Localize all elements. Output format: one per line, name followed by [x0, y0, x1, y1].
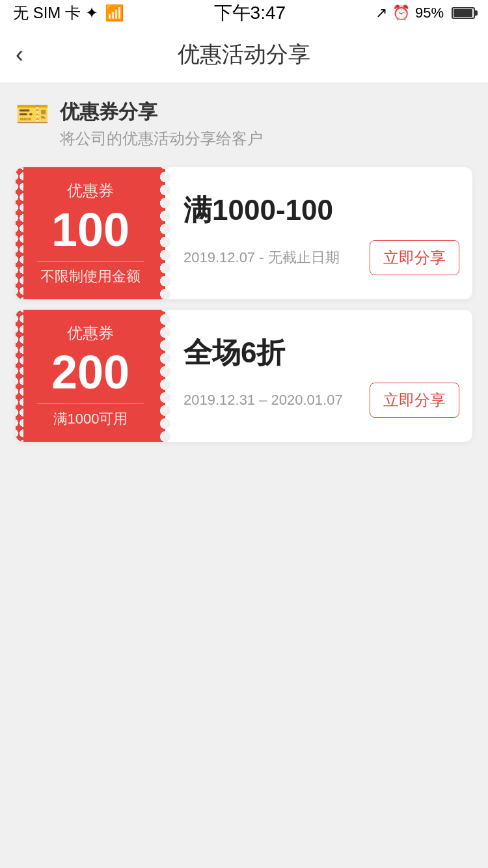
- coupon-card-0: 优惠券 100 不限制使用金额 满1000-100 2019.12.07 - 无…: [16, 167, 472, 299]
- coupon-share-button-0[interactable]: 立即分享: [370, 240, 459, 275]
- nav-bar: ‹ 优惠活动分享: [0, 26, 488, 83]
- coupon-amount-1: 200: [51, 349, 129, 396]
- coupon-date-0: 2019.12.07 - 无截止日期: [183, 248, 363, 267]
- status-bar: 无 SIM 卡 ✦ 📶 下午3:47 ↗ ⏰ 95%: [0, 0, 488, 26]
- section-title: 优惠券分享: [60, 99, 263, 126]
- coupon-label-0: 优惠券: [67, 180, 114, 201]
- location-icon: ↗: [375, 5, 387, 21]
- coupon-name-1: 全场6折: [183, 334, 459, 372]
- battery-icon: [452, 7, 475, 19]
- coupon-card-1: 优惠券 200 满1000可用 全场6折 2019.12.31 – 2020.0…: [16, 310, 472, 442]
- coupon-meta-0: 2019.12.07 - 无截止日期 立即分享: [183, 240, 459, 275]
- coupon-left-1: 优惠券 200 满1000可用: [16, 310, 165, 442]
- coupon-name-0: 满1000-100: [183, 191, 459, 230]
- sim-status: 无 SIM 卡 ✦: [13, 3, 98, 23]
- page-title: 优惠活动分享: [178, 40, 310, 70]
- coupon-right-1: 全场6折 2019.12.31 – 2020.01.07 立即分享: [165, 310, 472, 442]
- coupon-right-0: 满1000-100 2019.12.07 - 无截止日期 立即分享: [165, 167, 472, 299]
- alarm-icon: ⏰: [392, 5, 410, 21]
- coupon-list: 优惠券 100 不限制使用金额 满1000-100 2019.12.07 - 无…: [0, 157, 488, 452]
- coupon-condition-0: 不限制使用金额: [40, 267, 141, 286]
- coupon-label-1: 优惠券: [67, 323, 114, 344]
- status-time: 下午3:47: [214, 1, 286, 25]
- coupon-divider-1: [37, 403, 144, 404]
- coupon-left-0: 优惠券 100 不限制使用金额: [16, 167, 165, 299]
- battery-percent: 95%: [415, 5, 444, 21]
- coupon-share-button-1[interactable]: 立即分享: [370, 383, 459, 418]
- section-text: 优惠券分享 将公司的优惠活动分享给客户: [60, 99, 263, 149]
- coupon-date-1: 2019.12.31 – 2020.01.07: [183, 392, 363, 409]
- empty-area: [0, 452, 488, 843]
- coupon-share-icon: 🎫: [16, 98, 49, 129]
- coupon-condition-1: 满1000可用: [53, 409, 128, 429]
- coupon-meta-1: 2019.12.31 – 2020.01.07 立即分享: [183, 383, 459, 418]
- wifi-icon: 📶: [105, 4, 124, 22]
- status-right: ↗ ⏰ 95%: [375, 5, 475, 21]
- coupon-amount-0: 100: [51, 206, 129, 253]
- coupon-divider-0: [37, 261, 144, 262]
- section-subtitle: 将公司的优惠活动分享给客户: [60, 128, 263, 149]
- back-button[interactable]: ‹: [16, 41, 23, 68]
- status-left: 无 SIM 卡 ✦ 📶: [13, 3, 124, 23]
- section-header: 🎫 优惠券分享 将公司的优惠活动分享给客户: [0, 83, 488, 157]
